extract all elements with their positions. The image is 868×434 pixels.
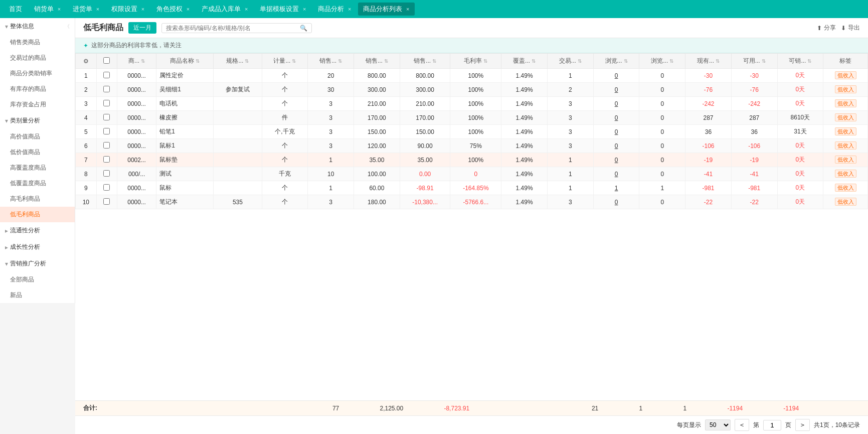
col-spec[interactable]: 规格...⇅ (214, 54, 262, 69)
row-views1[interactable]: 0 (593, 69, 639, 83)
col-sales-price[interactable]: 销售...⇅ (354, 54, 400, 69)
row-checkbox-cell[interactable] (96, 181, 117, 195)
row-checkbox[interactable] (103, 86, 110, 92)
row-checkbox-cell[interactable] (96, 111, 117, 125)
row-checkbox-cell[interactable] (96, 167, 117, 181)
row-views1[interactable]: 0 (593, 111, 639, 125)
sidebar-item-sales-goods[interactable]: 销售类商品 (0, 35, 75, 50)
nav-roles-close[interactable]: × (187, 6, 190, 12)
arrow-icon-5: ▾ (5, 260, 8, 267)
sidebar-item-high-coverage[interactable]: 高覆盖度商品 (0, 160, 75, 176)
total-available: -1194 (783, 405, 799, 412)
row-checkbox[interactable] (103, 184, 110, 191)
export-button[interactable]: ⬇ 导出 (841, 24, 860, 32)
sidebar-group-growth[interactable]: ▸ 成长性分析 (0, 239, 75, 255)
col-available[interactable]: 可用...⇅ (731, 54, 777, 69)
sidebar-group-marketing[interactable]: ▾ 营销推广分析 (0, 255, 75, 272)
row-views1[interactable]: 1 (593, 181, 639, 195)
nav-home[interactable]: 首页 (4, 3, 27, 16)
nav-goods-analysis-close[interactable]: × (348, 6, 351, 12)
nav-purchase-close[interactable]: × (96, 6, 99, 12)
row-checkbox[interactable] (103, 198, 110, 205)
row-checkbox-cell[interactable] (96, 139, 117, 153)
row-sales-qty: 3 (308, 97, 354, 111)
col-unit[interactable]: 计量...⇅ (262, 54, 308, 69)
nav-goods-analysis-list-close[interactable]: × (406, 6, 409, 12)
row-views1[interactable]: 0 (593, 167, 639, 181)
col-transactions[interactable]: 交易...⇅ (547, 54, 593, 69)
sidebar-group-category[interactable]: ▾ 类别量分析 (0, 112, 75, 129)
row-checkbox-cell[interactable] (96, 69, 117, 83)
row-coverage: 1.49% (501, 139, 548, 153)
search-input[interactable] (166, 25, 300, 32)
select-all-checkbox[interactable] (103, 57, 110, 64)
sidebar-item-traded-goods[interactable]: 交易过的商品 (0, 50, 75, 66)
sidebar-item-high-value[interactable]: 高价值商品 (0, 129, 75, 144)
col-sales-qty[interactable]: 销售...⇅ (308, 54, 354, 69)
col-code[interactable]: 商...⇅ (117, 54, 156, 69)
sidebar-item-in-stock[interactable]: 有库存的商品 (0, 81, 75, 97)
sidebar-group-overall[interactable]: ▾ 整体信息 《 (0, 18, 75, 35)
row-checkbox[interactable] (103, 114, 110, 120)
row-checkbox-cell[interactable] (96, 83, 117, 97)
share-button[interactable]: ⬆ 分享 (817, 24, 836, 32)
nav-permissions-close[interactable]: × (141, 6, 144, 12)
search-icon[interactable]: 🔍 (300, 25, 307, 32)
sidebar-item-all-goods[interactable]: 全部商品 (0, 272, 75, 287)
nav-templates-close[interactable]: × (303, 6, 306, 12)
sidebar-item-low-coverage[interactable]: 低覆盖度商品 (0, 176, 75, 191)
row-views1[interactable]: 0 (593, 195, 639, 209)
nav-sales-close[interactable]: × (58, 6, 61, 12)
row-checkbox[interactable] (103, 72, 110, 78)
col-views2[interactable]: 浏览...⇅ (639, 54, 685, 69)
col-current-stock[interactable]: 现有...⇅ (685, 54, 732, 69)
row-saleable: 0天 (777, 69, 823, 83)
row-views1[interactable]: 0 (593, 153, 639, 167)
sidebar-item-capital[interactable]: 库存资金占用 (0, 97, 75, 112)
row-checkbox-cell[interactable] (96, 125, 117, 139)
time-filter-button[interactable]: 近一月 (128, 22, 156, 34)
row-checkbox[interactable] (103, 128, 110, 134)
row-checkbox[interactable] (103, 100, 110, 106)
row-views1[interactable]: 0 (593, 139, 639, 153)
nav-roles[interactable]: 角色授权 × (151, 3, 195, 16)
nav-products[interactable]: 产成品入库单 × (197, 3, 253, 16)
row-checkbox[interactable] (103, 156, 110, 163)
col-name[interactable]: 商品名称⇅ (156, 54, 214, 69)
col-sales-profit[interactable]: 销售...⇅ (400, 54, 450, 69)
col-checkbox[interactable] (96, 54, 117, 69)
settings-icon[interactable]: ⚙ (83, 58, 89, 65)
nav-permissions[interactable]: 权限设置 × (106, 3, 149, 16)
sidebar-item-category-rate[interactable]: 商品分类助销率 (0, 66, 75, 81)
row-checkbox[interactable] (103, 142, 110, 149)
row-current-stock: -106 (685, 139, 732, 153)
nav-goods-analysis[interactable]: 商品分析 × (313, 3, 356, 16)
nav-templates[interactable]: 单据模板设置 × (255, 3, 311, 16)
sidebar-item-new-goods[interactable]: 新品 (0, 287, 75, 303)
prev-page-button[interactable]: ＜ (735, 419, 749, 431)
col-views1[interactable]: 浏览...⇅ (593, 54, 639, 69)
row-views1[interactable]: 0 (593, 97, 639, 111)
nav-purchase[interactable]: 进货单 × (68, 3, 104, 16)
sidebar-item-low-margin[interactable]: 低毛利商品 (0, 207, 75, 222)
col-saleable[interactable]: 可销...⇅ (777, 54, 823, 69)
row-views1[interactable]: 0 (593, 125, 639, 139)
row-checkbox-cell[interactable] (96, 153, 117, 167)
col-coverage[interactable]: 覆盖...⇅ (501, 54, 548, 69)
row-checkbox-cell[interactable] (96, 97, 117, 111)
sidebar-group-circulation[interactable]: ▸ 流通性分析 (0, 222, 75, 239)
sidebar-item-low-value[interactable]: 低价值商品 (0, 144, 75, 160)
col-settings[interactable]: ⚙ (76, 54, 97, 69)
row-views1[interactable]: 0 (593, 83, 639, 97)
nav-sales[interactable]: 销货单 × (29, 3, 66, 16)
nav-goods-analysis-list[interactable]: 商品分析列表 × (358, 3, 414, 16)
nav-products-close[interactable]: × (245, 6, 248, 12)
page-input[interactable] (763, 420, 781, 430)
row-checkbox[interactable] (103, 170, 110, 177)
collapse-icon[interactable]: 《 (65, 23, 70, 30)
row-checkbox-cell[interactable] (96, 195, 117, 209)
col-gross-margin[interactable]: 毛利率⇅ (450, 54, 501, 69)
per-page-select[interactable]: 50 100 200 (705, 419, 731, 430)
next-page-button[interactable]: ＞ (795, 419, 810, 431)
sidebar-item-high-margin[interactable]: 高毛利商品 (0, 191, 75, 207)
